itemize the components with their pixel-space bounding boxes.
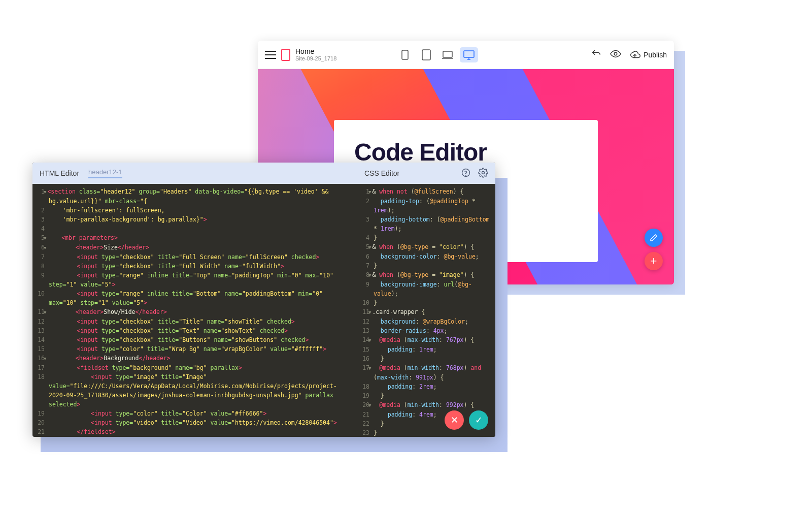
css-editor-header: CSS Editor <box>357 163 495 184</box>
help-button[interactable] <box>461 168 471 179</box>
device-switcher <box>396 47 478 62</box>
undo-button[interactable] <box>591 48 602 61</box>
preview-button[interactable] <box>610 48 621 61</box>
svg-rect-0 <box>402 50 408 59</box>
mobile-icon <box>281 49 290 61</box>
css-code-area[interactable]: 1▼& when not (@fullScreen) {2 padding-to… <box>357 184 495 437</box>
device-tablet[interactable] <box>417 47 435 62</box>
css-editor-pane: CSS Editor 1▼& when not (@fullScreen) {2… <box>357 163 495 437</box>
svg-point-10 <box>482 171 485 174</box>
device-mobile[interactable] <box>396 47 414 62</box>
html-editor-tab[interactable]: header12-1 <box>88 168 122 178</box>
html-code-area[interactable]: 1▼<section class="header12" group="Heade… <box>32 184 357 437</box>
html-editor-header: HTML Editor header12-1 <box>32 163 357 184</box>
settings-button[interactable] <box>478 168 488 179</box>
html-editor-pane: HTML Editor header12-1 1▼<section class=… <box>32 163 357 437</box>
site-name: Site-09-25_1718 <box>295 55 336 62</box>
add-block-button[interactable]: + <box>645 252 663 270</box>
builder-toolbar: Home Site-09-25_1718 Publish <box>258 41 674 69</box>
svg-rect-2 <box>443 51 452 57</box>
svg-point-7 <box>614 52 617 55</box>
code-editors: HTML Editor header12-1 1▼<section class=… <box>32 163 495 437</box>
edit-block-button[interactable] <box>645 229 663 247</box>
css-editor-title: CSS Editor <box>364 169 399 177</box>
publish-label: Publish <box>644 51 667 59</box>
hero-title: Code Editor <box>354 138 578 166</box>
device-laptop[interactable] <box>438 47 457 62</box>
menu-button[interactable] <box>265 51 276 59</box>
publish-button[interactable]: Publish <box>629 49 667 60</box>
svg-rect-1 <box>422 50 430 60</box>
page-title: Home <box>295 47 336 55</box>
site-meta: Home Site-09-25_1718 <box>295 47 336 62</box>
confirm-button[interactable]: ✓ <box>469 410 488 430</box>
device-desktop[interactable] <box>460 47 478 62</box>
cancel-button[interactable]: ✕ <box>445 410 464 430</box>
svg-point-9 <box>466 175 466 175</box>
html-editor-title: HTML Editor <box>40 169 79 177</box>
svg-rect-4 <box>464 51 474 57</box>
